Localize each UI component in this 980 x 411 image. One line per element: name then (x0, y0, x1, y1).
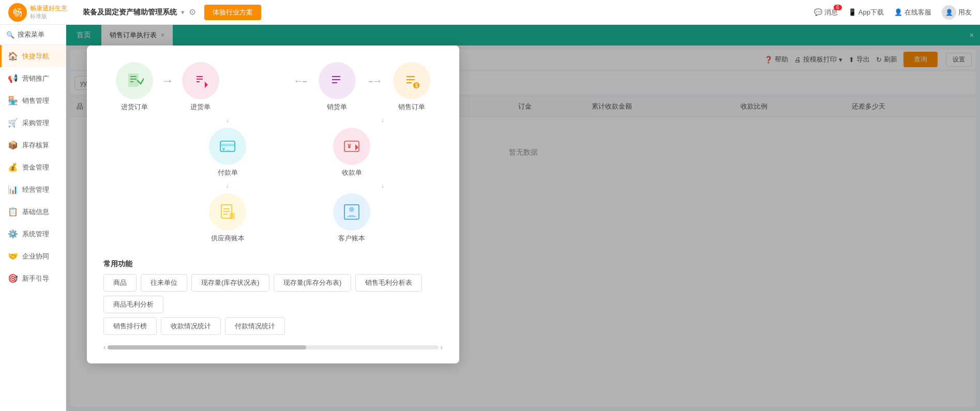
sidebar-item-inventory[interactable]: 📦 库存核算 (0, 134, 66, 156)
newbie-icon: 🎯 (8, 273, 18, 283)
arrow-down-supplier: ↓ (197, 181, 259, 189)
sales-order-circle: $ (393, 62, 430, 99)
flow-row-2: ¥ ... 付款单 ¥ (103, 128, 443, 177)
flow-diagram: 进货订单 → (103, 62, 443, 247)
top-header: 畅 畅康通好生意 标准版 装备及固定资产辅助管理系统 ▾ ⚙ 体验行业方案 💬 … (0, 0, 980, 25)
sidebar-item-quick-nav[interactable]: 🏠 快捷导航 (0, 45, 66, 67)
search-icon: 🔍 (6, 31, 14, 39)
func-btn-receipt-stats[interactable]: 收款情况统计 (161, 317, 221, 335)
svg-rect-29 (230, 213, 235, 219)
purchase-icon: 🛒 (8, 118, 18, 128)
flow-row-arrows: ↓ ↓ (103, 116, 443, 124)
flow-item-supplier-ledger[interactable]: 供应商账本 (197, 193, 259, 243)
svg-text:¥ ...: ¥ ... (222, 146, 230, 151)
flow-item-sales-bill[interactable]: 销货单 (306, 62, 368, 112)
func-btn-product[interactable]: 商品 (103, 274, 137, 292)
func-buttons: 商品 往来单位 现存量(库存状况表) 现存量(库存分布表) 销售毛利分析表 商品… (103, 274, 443, 313)
app-title-area: 装备及固定资产辅助管理系统 ▾ ⚙ 体验行业方案 (83, 5, 814, 20)
online-service-button[interactable]: 👤 在线客服 (894, 8, 931, 17)
sidebar: 🔍 搜索菜单 🏠 快捷导航 📢 营销推广 🏪 销售管理 🛒 采购管理 📦 (0, 25, 66, 411)
flow-item-sales-order[interactable]: $ 销售订单 (381, 62, 443, 112)
modal-box: 进货订单 → (87, 45, 459, 363)
purchase-bill-circle (182, 62, 219, 99)
flow-row-arrows2: ↓ ↓ (103, 181, 443, 189)
scroll-left-arrow[interactable]: ‹ (103, 343, 105, 351)
flow-item-customer-ledger[interactable]: 客户账本 (321, 193, 383, 243)
sidebar-item-finance[interactable]: 💰 资金管理 (0, 156, 66, 178)
customer-ledger-circle (333, 193, 370, 231)
home-icon: 🏠 (8, 51, 18, 61)
header-right: 💬 消息 6 📱 App下载 👤 在线客服 👤 用友 (814, 5, 972, 20)
download-icon: 📱 (848, 8, 856, 16)
logo-text: 畅康通好生意 标准版 (30, 5, 67, 20)
arrow-down-customer: ↓ (352, 181, 414, 189)
collab-icon: 🤝 (8, 251, 18, 261)
service-icon: 👤 (894, 8, 902, 16)
logo-icon: 畅 (8, 3, 27, 22)
flow-item-payment[interactable]: ¥ ... 付款单 (197, 128, 259, 177)
supplier-ledger-circle (209, 193, 246, 231)
arrow-down-receipt: ↓ (352, 116, 414, 124)
sidebar-item-collab[interactable]: 🤝 企业协同 (0, 245, 66, 267)
svg-text:¥: ¥ (348, 143, 351, 150)
gear-button[interactable]: ⚙ (189, 7, 196, 17)
trial-button[interactable]: 体验行业方案 (204, 5, 261, 20)
search-menu[interactable]: 🔍 搜索菜单 (0, 25, 66, 45)
func-btn-product-profit[interactable]: 商品毛利分析 (103, 296, 163, 313)
func-btn-sales-ranking[interactable]: 销售排行榜 (103, 317, 157, 335)
inventory-icon: 📦 (8, 140, 18, 150)
system-title: 装备及固定资产辅助管理系统 (83, 8, 177, 17)
sidebar-item-newbie[interactable]: 🎯 新手引导 (0, 267, 66, 290)
message-icon: 💬 (814, 8, 822, 16)
user-menu[interactable]: 👤 用友 (942, 5, 972, 20)
common-functions-title: 常用功能 (103, 260, 443, 269)
flow-item-purchase-bill[interactable]: 进货单 (170, 62, 232, 112)
svg-rect-0 (128, 73, 139, 87)
app-download-button[interactable]: 📱 App下载 (848, 8, 884, 17)
modal-overlay[interactable]: 进货订单 → (66, 25, 980, 411)
sales-icon: 🏪 (8, 96, 18, 105)
flow-row-1: 进货订单 → (103, 62, 443, 112)
avatar: 👤 (942, 5, 956, 20)
purchase-order-circle (116, 62, 153, 99)
sidebar-item-marketing[interactable]: 📢 营销推广 (0, 67, 66, 89)
ops-icon: 📊 (8, 185, 18, 194)
arrow-down-payment: ↓ (197, 116, 259, 124)
arrow-dashed-1: ←··· (293, 75, 306, 99)
func-buttons-row2: 销售排行榜 收款情况统计 付款情况统计 (103, 317, 443, 335)
scroll-right-arrow[interactable]: › (441, 343, 443, 351)
svg-rect-4 (194, 73, 205, 87)
basic-icon: 📋 (8, 207, 18, 217)
func-btn-stock-distribution[interactable]: 现存量(库存分布表) (274, 274, 352, 292)
dropdown-icon[interactable]: ▾ (181, 8, 185, 16)
marketing-icon: 📢 (8, 73, 18, 83)
flow-row-3: 供应商账本 客户账本 (103, 193, 443, 243)
sidebar-item-ops[interactable]: 📊 经营管理 (0, 178, 66, 201)
scroll-thumb (108, 345, 306, 349)
finance-icon: 💰 (8, 162, 18, 172)
message-button[interactable]: 💬 消息 6 (814, 8, 838, 17)
arrow-dashed-2: ···→ (368, 75, 381, 99)
sidebar-item-sales[interactable]: 🏪 销售管理 (0, 89, 66, 112)
flow-item-purchase-order[interactable]: 进货订单 (103, 62, 165, 112)
message-badge: 6 (834, 5, 842, 10)
modal-scroll: ‹ › (103, 343, 443, 351)
func-btn-sales-profit[interactable]: 销售毛利分析表 (355, 274, 422, 292)
scroll-track[interactable] (108, 345, 438, 349)
svg-point-31 (349, 207, 354, 212)
svg-text:$: $ (415, 83, 418, 88)
func-btn-partners[interactable]: 往来单位 (141, 274, 187, 292)
sidebar-item-system[interactable]: ⚙️ 系统管理 (0, 223, 66, 245)
sales-bill-circle (319, 62, 356, 99)
flow-item-receipt[interactable]: ¥ 收款单 (321, 128, 383, 177)
payment-circle: ¥ ... (209, 128, 246, 165)
sidebar-item-purchase[interactable]: 🛒 采购管理 (0, 112, 66, 134)
func-btn-stock-status[interactable]: 现存量(库存状况表) (191, 274, 269, 292)
app-wrapper: 畅 畅康通好生意 标准版 装备及固定资产辅助管理系统 ▾ ⚙ 体验行业方案 💬 … (0, 0, 980, 411)
svg-rect-9 (330, 73, 344, 88)
system-icon: ⚙️ (8, 229, 18, 239)
sidebar-item-basic[interactable]: 📋 基础信息 (0, 201, 66, 223)
logo-area: 畅 畅康通好生意 标准版 (8, 3, 74, 22)
receipt-circle: ¥ (333, 128, 370, 165)
func-btn-payment-stats[interactable]: 付款情况统计 (225, 317, 285, 335)
